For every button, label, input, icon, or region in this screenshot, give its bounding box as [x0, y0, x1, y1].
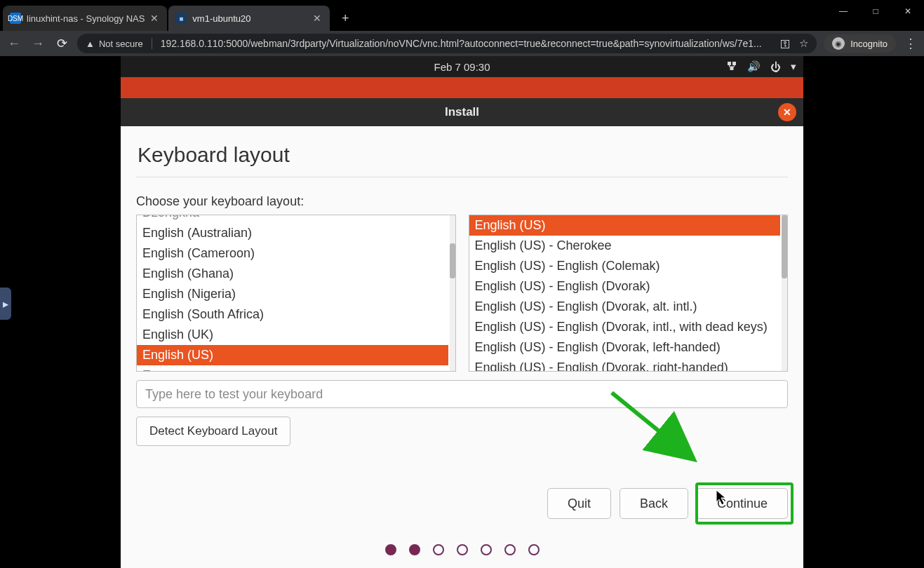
urlbar-divider [152, 38, 152, 49]
scrollbar[interactable] [450, 215, 455, 371]
nav-reload-icon[interactable]: ⟳ [53, 36, 70, 51]
list-item[interactable]: English (Cameroon) [137, 243, 448, 264]
not-secure-badge[interactable]: ▲ Not secure [86, 39, 143, 49]
browser-toolbar: ← → ⟳ ▲ Not secure 192.168.0.110:5000/we… [0, 31, 924, 56]
quit-button[interactable]: Quit [547, 488, 611, 519]
installer-title: Install [445, 105, 479, 119]
close-icon: ✕ [783, 107, 791, 118]
chevron-down-icon[interactable]: ▾ [791, 60, 796, 73]
progress-dot [528, 544, 540, 555]
not-secure-label: Not secure [99, 39, 143, 49]
scrollbar[interactable] [782, 215, 787, 371]
gnome-datetime[interactable]: Feb 7 09:30 [434, 61, 490, 73]
tab-strip: DSM linuxhint-nas - Synology NAS ✕ ■ vm1… [3, 0, 355, 31]
volume-icon[interactable]: 🔊 [747, 60, 761, 73]
page-heading: Keyboard layout [136, 139, 788, 177]
vnc-viewport: Feb 7 09:30 🔊 ⏻ ▾ Install ✕ Keyboard lay… [121, 56, 803, 568]
incognito-mask-icon: ◉ [832, 37, 845, 50]
list-item[interactable]: English (Nigeria) [137, 284, 448, 304]
choose-layout-label: Choose your keyboard layout: [136, 194, 788, 209]
progress-dot [457, 544, 468, 555]
installer-body: Keyboard layout Choose your keyboard lay… [121, 126, 803, 568]
gnome-top-bar: Feb 7 09:30 🔊 ⏻ ▾ [121, 56, 803, 77]
browser-menu-icon[interactable]: ⋮ [903, 36, 918, 51]
progress-dot [481, 544, 492, 555]
progress-dot [504, 544, 516, 555]
back-button[interactable]: Back [620, 488, 688, 519]
list-item[interactable]: Dzongkha [137, 215, 448, 223]
ubuntu-accent-strip [121, 77, 803, 98]
layout-language-list[interactable]: DzongkhaEnglish (Australian)English (Cam… [136, 215, 456, 372]
window-controls: — □ ✕ [827, 0, 924, 22]
key-icon[interactable]: ⚿ [780, 38, 791, 50]
warning-icon: ▲ [86, 39, 95, 49]
tab-title: linuxhint-nas - Synology NAS [27, 13, 145, 24]
list-item[interactable]: English (US) [469, 215, 781, 236]
svg-rect-1 [732, 62, 736, 65]
address-bar[interactable]: ▲ Not secure 192.168.0.110:5000/webman/3… [77, 34, 817, 53]
list-item[interactable]: English (US) - English (Dvorak) [469, 276, 781, 297]
new-tab-button[interactable]: + [335, 8, 355, 28]
tab-close-icon[interactable]: ✕ [313, 13, 321, 24]
gnome-status-area[interactable]: 🔊 ⏻ ▾ [726, 56, 796, 77]
keyboard-lists: DzongkhaEnglish (Australian)English (Cam… [136, 215, 788, 372]
list-item[interactable]: English (South Africa) [137, 304, 448, 325]
tab-synology[interactable]: DSM linuxhint-nas - Synology NAS ✕ [3, 6, 167, 31]
power-icon[interactable]: ⏻ [770, 61, 781, 73]
list-item[interactable]: English (US) [137, 345, 448, 365]
wizard-nav-buttons: Quit Back Continue [547, 488, 788, 519]
layout-variant-list[interactable]: English (US)English (US) - CherokeeEngli… [469, 215, 789, 372]
chevron-right-icon: ▸ [3, 297, 8, 311]
scrollbar-thumb[interactable] [450, 243, 455, 278]
scrollbar-thumb[interactable] [782, 215, 787, 278]
installer-titlebar: Install ✕ [121, 98, 803, 126]
keyboard-test-input[interactable] [136, 380, 788, 408]
tab-close-icon[interactable]: ✕ [150, 13, 159, 24]
nav-back-icon[interactable]: ← [6, 36, 22, 51]
window-minimize[interactable]: — [827, 0, 859, 22]
svg-rect-0 [728, 62, 731, 65]
incognito-badge[interactable]: ◉ Incognito [824, 34, 896, 53]
incognito-label: Incognito [850, 39, 888, 49]
progress-dot [385, 544, 396, 555]
list-item[interactable]: English (US) - English (Dvorak, left-han… [469, 337, 781, 358]
list-item[interactable]: English (US) - English (Dvorak, alt. int… [469, 297, 781, 317]
url-text: 192.168.0.110:5000/webman/3rdparty/Virtu… [161, 38, 772, 49]
novnc-control-tab[interactable]: ▸ [0, 288, 11, 320]
installer-progress-dots [385, 544, 540, 555]
list-item[interactable]: English (Ghana) [137, 264, 448, 284]
nav-forward-icon[interactable]: → [29, 36, 46, 51]
progress-dot [409, 544, 420, 555]
browser-titlebar: DSM linuxhint-nas - Synology NAS ✕ ■ vm1… [0, 0, 924, 31]
window-maximize[interactable]: □ [859, 0, 892, 22]
network-icon[interactable] [726, 60, 737, 74]
list-item[interactable]: English (US) - English (Dvorak, right-ha… [469, 358, 781, 372]
window-close[interactable]: ✕ [892, 0, 924, 22]
list-item[interactable]: English (US) - English (Dvorak, intl., w… [469, 317, 781, 337]
list-item[interactable]: English (Australian) [137, 223, 448, 243]
list-item[interactable]: Esperanto [137, 365, 448, 372]
list-item[interactable]: English (UK) [137, 325, 448, 345]
tab-title: vm1-ubuntu20 [192, 13, 307, 24]
list-item[interactable]: English (US) - English (Colemak) [469, 256, 781, 276]
favicon-dsm: DSM [10, 13, 21, 24]
bookmark-star-icon[interactable]: ☆ [799, 37, 808, 50]
divider [136, 177, 788, 177]
progress-dot [433, 544, 444, 555]
favicon-vnc: ■ [175, 13, 187, 24]
svg-rect-2 [730, 67, 734, 70]
installer-close-button[interactable]: ✕ [778, 103, 796, 121]
continue-button[interactable]: Continue [697, 488, 788, 519]
tab-vm1-ubuntu20[interactable]: ■ vm1-ubuntu20 ✕ [168, 6, 330, 31]
list-item[interactable]: English (US) - Cherokee [469, 236, 781, 256]
detect-keyboard-button[interactable]: Detect Keyboard Layout [136, 417, 290, 446]
